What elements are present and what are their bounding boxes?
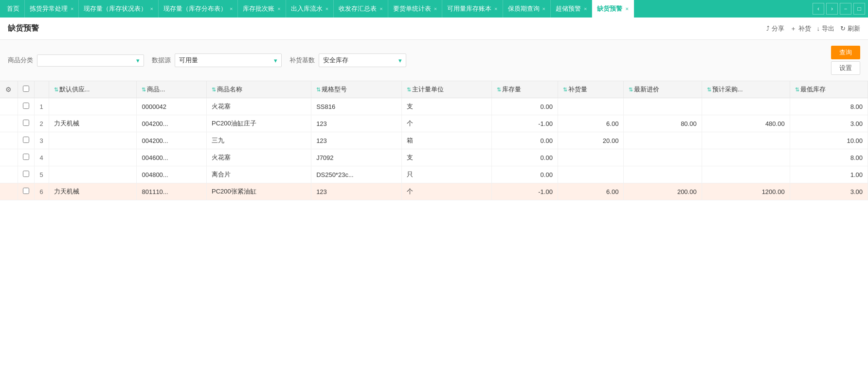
td-check[interactable]: [18, 149, 34, 166]
tab-bar: 首页 拣货异常处理 × 现存量（库存状况表） × 现存量（库存分布表） × 库存…: [0, 0, 868, 18]
td-spec: 123: [311, 183, 402, 200]
td-restock-qty: [558, 166, 623, 183]
th-default-supplier[interactable]: ⇅ 默认供应...: [49, 81, 137, 98]
row-checkbox[interactable]: [23, 120, 29, 126]
tab-stock-dist[interactable]: 现存量（库存分布表） ×: [159, 0, 238, 18]
td-supplier: [49, 149, 137, 166]
td-product-code: 004600...: [137, 149, 207, 166]
td-est-purchase: 480.00: [702, 115, 790, 132]
row-checkbox[interactable]: [23, 137, 29, 143]
td-restock-qty: [558, 98, 623, 115]
tab-close-8[interactable]: ×: [494, 6, 497, 12]
export-button[interactable]: ↓ 导出: [817, 24, 835, 33]
tab-batch[interactable]: 库存批次账 ×: [238, 0, 286, 18]
td-check[interactable]: [18, 98, 34, 115]
datasource-select[interactable]: 可用量 ▾: [175, 53, 282, 67]
datasource-arrow-icon: ▾: [274, 57, 277, 64]
td-row-num: 6: [34, 183, 49, 200]
tab-home[interactable]: 首页: [2, 0, 25, 18]
tab-close-10[interactable]: ×: [584, 6, 587, 12]
td-stock-qty: -1.00: [492, 115, 558, 132]
th-unit[interactable]: ⇅ 主计量单位: [402, 81, 492, 98]
th-min-stock[interactable]: ⇅ 最低库存: [790, 81, 868, 98]
restock-button[interactable]: ＋ 补货: [790, 24, 811, 33]
th-settings[interactable]: ⚙: [0, 81, 18, 98]
td-unit: 箱: [402, 132, 492, 149]
tab-stock-status[interactable]: 现存量（库存状况表） ×: [79, 0, 158, 18]
td-settings: [0, 166, 18, 183]
window-minimize[interactable]: －: [840, 3, 851, 15]
th-supplier-sort-icon: ⇅: [54, 87, 58, 93]
td-row-num: 5: [34, 166, 49, 183]
td-stock-qty: 0.00: [492, 166, 558, 183]
tab-close-1[interactable]: ×: [71, 6, 73, 12]
td-stock-qty: -1.00: [492, 183, 558, 200]
td-restock-qty: 6.00: [558, 183, 623, 200]
settings-button[interactable]: 设置: [831, 61, 860, 75]
row-checkbox[interactable]: [23, 171, 29, 177]
table-row: 5 004800... 离合片 DS250*23c... 只 0.00 1.00: [0, 166, 868, 183]
td-min-stock: 3.00: [790, 183, 868, 200]
query-button[interactable]: 查询: [831, 46, 860, 59]
tab-close-6[interactable]: ×: [380, 6, 382, 12]
window-maximize[interactable]: □: [853, 3, 865, 15]
td-latest-price: [624, 132, 702, 149]
tab-close-11[interactable]: ×: [625, 6, 628, 12]
td-row-num: 3: [34, 132, 49, 149]
category-select[interactable]: ▾: [37, 54, 144, 67]
td-row-num: 1: [34, 98, 49, 115]
tab-summary[interactable]: 收发存汇总表 ×: [334, 0, 388, 18]
td-supplier: 力天机械: [49, 115, 137, 132]
th-product-code[interactable]: ⇅ 商品...: [137, 81, 207, 98]
td-product-name: 三九: [206, 132, 311, 149]
td-check[interactable]: [18, 115, 34, 132]
tab-order-stats[interactable]: 要货单统计表 ×: [388, 0, 442, 18]
tab-shelf-life[interactable]: 保质期查询 ×: [503, 0, 551, 18]
tab-close-4[interactable]: ×: [277, 6, 280, 12]
th-price-sort-icon: ⇅: [629, 87, 633, 93]
th-est-purchase[interactable]: ⇅ 预计采购...: [702, 81, 790, 98]
tab-close-9[interactable]: ×: [542, 6, 545, 12]
th-check[interactable]: [18, 81, 34, 98]
row-checkbox[interactable]: [23, 188, 29, 194]
tab-flow[interactable]: 出入库流水 ×: [286, 0, 334, 18]
td-check[interactable]: [18, 132, 34, 149]
table-row: 6 力天机械 801110... PC200张紧油缸 123 个 -1.00 6…: [0, 183, 868, 200]
td-product-code: 801110...: [137, 183, 207, 200]
td-settings: [0, 183, 18, 200]
td-min-stock: 3.00: [790, 115, 868, 132]
restock-label: 补货基数: [289, 56, 315, 65]
td-restock-qty: 6.00: [558, 115, 623, 132]
th-product-name[interactable]: ⇅ 商品名称: [206, 81, 311, 98]
tab-overstock[interactable]: 超储预警 ×: [551, 0, 592, 18]
refresh-button[interactable]: ↻ 刷新: [840, 24, 860, 33]
tab-close-2[interactable]: ×: [150, 6, 153, 12]
column-settings-icon[interactable]: ⚙: [5, 86, 12, 93]
tab-pick-exception[interactable]: 拣货异常处理 ×: [25, 0, 79, 18]
row-checkbox[interactable]: [23, 154, 29, 160]
td-product-code: 0000042: [137, 98, 207, 115]
tab-close-7[interactable]: ×: [434, 6, 437, 12]
tab-avail-stock[interactable]: 可用量库存账本 ×: [442, 0, 503, 18]
restock-select[interactable]: 安全库存 ▾: [319, 53, 406, 67]
th-restock-qty[interactable]: ⇅ 补货量: [558, 81, 623, 98]
row-checkbox[interactable]: [23, 103, 29, 109]
tab-scroll-left[interactable]: ‹: [813, 3, 824, 15]
tab-close-5[interactable]: ×: [326, 6, 328, 12]
select-all-checkbox[interactable]: [23, 86, 29, 92]
tab-scroll-right[interactable]: ›: [826, 3, 838, 15]
th-latest-price[interactable]: ⇅ 最新进价: [624, 81, 702, 98]
td-est-purchase: [702, 132, 790, 149]
td-check[interactable]: [18, 166, 34, 183]
td-latest-price: 80.00: [624, 115, 702, 132]
th-restock-sort-icon: ⇅: [563, 87, 567, 93]
td-stock-qty: 0.00: [492, 132, 558, 149]
tab-close-3[interactable]: ×: [230, 6, 233, 12]
share-button[interactable]: ⤴ 分享: [766, 24, 784, 33]
th-row-num: [34, 81, 49, 98]
td-check[interactable]: [18, 183, 34, 200]
tab-shortage[interactable]: 缺货预警 ×: [592, 0, 633, 18]
th-stock-qty[interactable]: ⇅ 库存量: [492, 81, 558, 98]
th-spec[interactable]: ⇅ 规格型号: [311, 81, 402, 98]
table-row: 4 004600... 火花塞 J7092 支 0.00 8.00: [0, 149, 868, 166]
